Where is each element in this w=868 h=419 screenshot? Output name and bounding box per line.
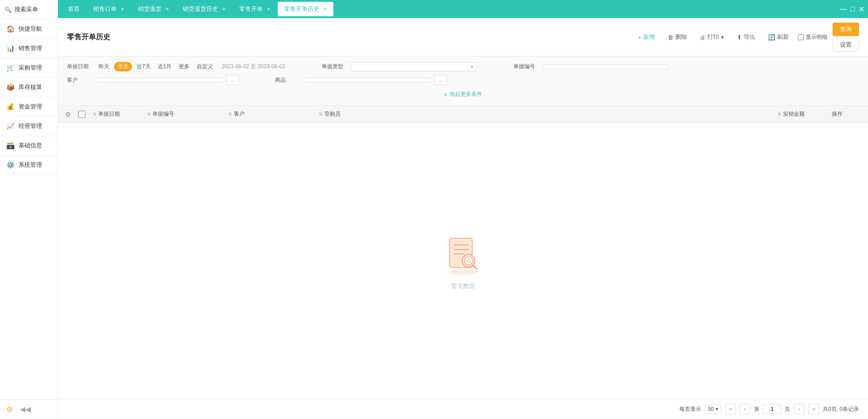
column-settings-icon[interactable]: ⚙: [62, 111, 75, 118]
doc-num-label: 单据编号: [513, 63, 539, 71]
add-icon: +: [638, 34, 641, 41]
tab-close-sales-return-history[interactable]: ✕: [222, 6, 226, 12]
goods-ellipsis-btn[interactable]: ...: [434, 75, 447, 85]
print-button[interactable]: 🖨 打印 ▾: [696, 31, 728, 43]
filter-row-2: 客户 ... 商品 ...: [67, 75, 859, 85]
date-btn-custom[interactable]: 自定义: [194, 62, 216, 71]
maximize-btn[interactable]: □: [850, 5, 855, 13]
tab-close-retail-open-history[interactable]: ✕: [323, 6, 327, 12]
toolbar: + 新增 🗑 删除 🖨 打印 ▾ ⬆ 导出 🔄 刷: [634, 23, 859, 52]
sort-icon: ⇅: [93, 112, 96, 117]
sidebar-item-label: 库存核算: [19, 83, 42, 91]
tab-sales-order[interactable]: 销售订单 ✕: [87, 2, 131, 16]
select-all-checkbox[interactable]: [78, 111, 85, 118]
tab-retail-open-history[interactable]: 零售开单历史 ✕: [278, 2, 333, 16]
print-icon: 🖨: [700, 34, 706, 41]
sidebar-item-label: 快捷导航: [19, 25, 42, 33]
date-btn-more[interactable]: 更多: [176, 62, 192, 71]
display-detail-check[interactable]: 显示明细: [798, 33, 827, 41]
delete-button[interactable]: 🗑 删除: [664, 31, 691, 43]
display-detail-checkbox[interactable]: [798, 34, 804, 40]
sales-icon: 📊: [6, 44, 15, 52]
export-button[interactable]: ⬆ 导出: [733, 31, 759, 43]
window-controls: — □ ✕: [840, 5, 864, 14]
home-icon: 🏠: [6, 25, 15, 33]
goods-filter-field: 商品 ...: [275, 75, 447, 85]
sidebar-item-sales-mgmt[interactable]: 📊 销售管理: [0, 39, 57, 58]
sidebar-item-quick-nav[interactable]: 🏠 快捷导航: [0, 19, 57, 39]
query-button[interactable]: 查询: [833, 23, 859, 36]
doc-num-input[interactable]: [542, 65, 669, 69]
collapse-more-btn[interactable]: ∧ 收起更多条件: [67, 89, 859, 100]
collapse-label: 收起更多条件: [450, 90, 482, 98]
customer-label: 客户: [67, 76, 92, 84]
date-btn-today[interactable]: 今天: [114, 62, 132, 71]
first-page-btn[interactable]: «: [725, 404, 736, 414]
goods-input[interactable]: [304, 78, 431, 82]
next-page-btn[interactable]: ›: [794, 404, 805, 414]
settings-button[interactable]: 设置: [833, 38, 859, 52]
page-size-select[interactable]: 50 ▾: [705, 404, 721, 414]
table-area: ⚙ ⇅ 单据日期 ⇅ 单据编号 ⇅ 客户 ⇅ 导购员: [58, 106, 868, 399]
search-icon: 🔍: [5, 6, 12, 13]
th-guide[interactable]: ⇅ 导购员: [315, 110, 370, 118]
tab-home[interactable]: 首页: [62, 2, 86, 16]
tab-close-sales-return[interactable]: ✕: [165, 6, 169, 12]
sort-icon: ⇅: [228, 112, 232, 117]
sidebar-item-label: 系统管理: [19, 161, 42, 169]
empty-text: 暂无数据: [451, 282, 475, 290]
last-page-btn[interactable]: »: [808, 404, 819, 414]
ops-icon: 📈: [6, 122, 15, 130]
date-filter-label: 单据日期: [67, 63, 92, 71]
tab-close-sales-order[interactable]: ✕: [120, 6, 124, 12]
doc-type-select[interactable]: ▾: [351, 62, 477, 71]
date-range-display: 2023-06-02 至 2023-06-02: [221, 63, 285, 71]
minimize-btn[interactable]: —: [840, 5, 847, 13]
sidebar-item-sys-mgmt[interactable]: ⚙️ 系统管理: [0, 155, 57, 175]
filter-row-1: 单据日期 昨天 今天 近7天 近1月 更多 自定义 2023-06-02 至 2…: [67, 62, 859, 71]
tab-sales-return-history[interactable]: 销货退货历史 ✕: [176, 2, 232, 16]
svg-line-8: [473, 265, 477, 269]
content-area: 零售开单历史 + 新增 🗑 删除 🖨 打印 ▾ ⬆ 导出: [58, 18, 868, 419]
gear-icon[interactable]: ⚙: [6, 405, 13, 414]
th-date[interactable]: ⇅ 单据日期: [89, 110, 143, 118]
tab-close-retail-open[interactable]: ✕: [266, 6, 270, 12]
sidebar-item-purchase-mgmt[interactable]: 🛒 采购管理: [0, 58, 57, 78]
close-btn[interactable]: ✕: [859, 5, 864, 14]
tab-retail-open[interactable]: 零售开单 ✕: [233, 2, 277, 16]
table-header: ⚙ ⇅ 单据日期 ⇅ 单据编号 ⇅ 客户 ⇅ 导购员: [58, 106, 868, 123]
settings-icon: ⚙️: [6, 161, 15, 169]
th-customer[interactable]: ⇅ 客户: [225, 110, 315, 118]
customer-ellipsis-btn[interactable]: ...: [226, 75, 239, 85]
doc-type-arrow: ▾: [471, 64, 473, 69]
sidebar-item-basic-info[interactable]: 🗃️ 基础信息: [0, 136, 57, 155]
sidebar-item-inventory[interactable]: 📦 库存核算: [0, 78, 57, 97]
date-btn-last7[interactable]: 近7天: [134, 62, 153, 71]
add-button[interactable]: + 新增: [634, 31, 659, 43]
th-op: 操作: [828, 110, 864, 118]
display-detail-label: 显示明细: [806, 33, 827, 41]
collapse-sidebar-icon[interactable]: ◀◀: [20, 405, 31, 414]
basic-info-icon: 🗃️: [6, 141, 15, 150]
delete-icon: 🗑: [668, 34, 674, 41]
date-btn-last-month[interactable]: 近1月: [155, 62, 175, 71]
collapse-icon: ∧: [444, 91, 448, 98]
sort-icon: ⇅: [319, 112, 323, 117]
refresh-button[interactable]: 🔄 刷新: [764, 31, 792, 43]
sidebar-item-label: 经营管理: [19, 122, 42, 130]
sidebar-search[interactable]: 🔍 搜索采单: [0, 0, 57, 19]
sidebar-item-finance-mgmt[interactable]: 💰 资金管理: [0, 97, 57, 117]
page-input[interactable]: [763, 404, 781, 414]
date-btn-group: 昨天 今天 近7天 近1月 更多 自定义: [96, 62, 216, 71]
customer-input[interactable]: [96, 78, 223, 82]
sidebar-item-label: 资金管理: [19, 103, 42, 111]
th-num[interactable]: ⇅ 单据编号: [143, 110, 225, 118]
prev-page-btn[interactable]: ‹: [740, 404, 750, 414]
sidebar-item-ops-mgmt[interactable]: 📈 经营管理: [0, 117, 57, 136]
sort-icon: ⇅: [147, 112, 151, 117]
date-btn-yesterday[interactable]: 昨天: [96, 62, 112, 71]
purchase-icon: 🛒: [6, 64, 15, 72]
top-nav: 首页 销售订单 ✕ 销货退货 ✕ 销货退货历史 ✕ 零售开单 ✕ 零售开单历史 …: [58, 0, 868, 18]
tab-sales-return[interactable]: 销货退货 ✕: [132, 2, 175, 16]
th-amount[interactable]: ⇅ 实销金额: [774, 110, 828, 118]
